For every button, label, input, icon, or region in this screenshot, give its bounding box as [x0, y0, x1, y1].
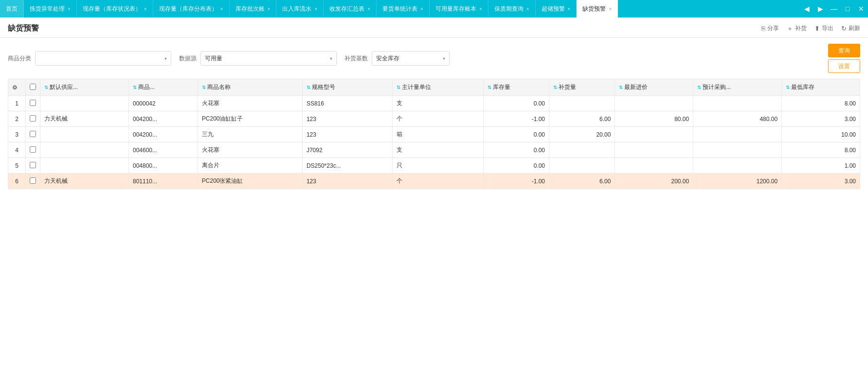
- row-unit: 支: [393, 142, 483, 158]
- sort-icon: ⇅: [553, 85, 557, 90]
- row-product-code: 004600...: [128, 142, 198, 158]
- row-checkbox[interactable]: [30, 146, 36, 153]
- table-row: 5 004800... 离合片 DS250*23c... 只 0.00 1.00: [8, 158, 860, 174]
- row-checkbox-cell: [26, 174, 40, 189]
- close-icon[interactable]: ×: [367, 6, 370, 12]
- row-checkbox[interactable]: [30, 115, 36, 122]
- row-replenish: [549, 142, 615, 158]
- row-num: 2: [8, 111, 26, 127]
- close-icon[interactable]: ×: [420, 6, 423, 12]
- row-min-stock: 3.00: [782, 174, 860, 189]
- tab-home[interactable]: 首页: [0, 0, 24, 18]
- th-label: 规格型号: [312, 83, 335, 91]
- settings-button[interactable]: 设置: [828, 59, 860, 73]
- tab-available-stock[interactable]: 可用量库存账本 ×: [430, 0, 488, 18]
- row-latest-price: [615, 127, 693, 142]
- refresh-label: 刷新: [849, 24, 860, 33]
- prev-tab-button[interactable]: ◀: [800, 0, 814, 18]
- row-checkbox-cell: [26, 158, 40, 174]
- th-gear: ⚙: [8, 79, 26, 96]
- th-label: 最低库存: [791, 83, 814, 91]
- export-label: 导出: [822, 24, 833, 33]
- tab-batch-account[interactable]: 库存批次账 ×: [230, 0, 277, 18]
- row-unit: 只: [393, 158, 483, 174]
- export-button[interactable]: ⬆ 导出: [814, 24, 833, 33]
- close-icon[interactable]: ×: [479, 6, 482, 12]
- header-actions: ⎘ 分享 ＋ 补货 ⬆ 导出 ↻ 刷新: [761, 24, 860, 33]
- close-icon[interactable]: ×: [68, 6, 71, 12]
- next-tab-button[interactable]: ▶: [814, 0, 827, 18]
- close-icon[interactable]: ×: [268, 6, 271, 12]
- replenish-select[interactable]: 安全库存 ▾: [372, 51, 450, 66]
- th-unit[interactable]: ⇅ 主计量单位: [393, 79, 483, 96]
- close-icon[interactable]: ×: [314, 6, 317, 12]
- share-button[interactable]: ⎘ 分享: [761, 24, 779, 33]
- replenish-button[interactable]: ＋ 补货: [787, 24, 807, 33]
- tab-label: 现存量（库存分布表）: [159, 5, 217, 13]
- minimize-button[interactable]: —: [827, 0, 841, 18]
- sort-icon: ⇅: [307, 85, 310, 90]
- datasource-select[interactable]: 可用量 ▾: [200, 51, 337, 66]
- row-latest-price: [615, 96, 693, 111]
- sort-icon: ⇅: [133, 85, 137, 90]
- sort-icon: ⇅: [619, 85, 623, 90]
- query-button[interactable]: 查询: [828, 44, 860, 57]
- tab-label: 出入库流水: [282, 5, 311, 13]
- th-product-code[interactable]: ⇅ 商品...: [128, 79, 198, 96]
- refresh-button[interactable]: ↻ 刷新: [841, 24, 860, 33]
- row-latest-price: [615, 142, 693, 158]
- close-icon[interactable]: ×: [220, 6, 223, 12]
- row-checkbox[interactable]: [30, 177, 36, 184]
- th-product-name[interactable]: ⇅ 商品名称: [198, 79, 302, 96]
- close-icon[interactable]: ×: [144, 6, 147, 12]
- tab-shortage-warning[interactable]: 缺货预警 ×: [577, 0, 618, 18]
- row-min-stock: 10.00: [782, 127, 860, 142]
- chevron-down-icon: ▾: [443, 56, 445, 61]
- row-stock: 0.00: [483, 158, 549, 174]
- table-row: 6 力天机械 801110... PC200张紧油缸 123 个 -1.00 6…: [8, 174, 860, 189]
- row-checkbox[interactable]: [30, 100, 36, 106]
- row-checkbox[interactable]: [30, 131, 36, 137]
- select-all-checkbox[interactable]: [30, 84, 36, 90]
- th-latest-price[interactable]: ⇅ 最新进价: [615, 79, 693, 96]
- page-title: 缺货预警: [8, 23, 39, 34]
- replenish-icon: ＋: [787, 24, 793, 33]
- tab-stock-status[interactable]: 现存量（库存状况表） ×: [77, 0, 153, 18]
- th-label: 商品...: [138, 83, 155, 91]
- table-row: 4 004600... 火花塞 J7092 支 0.00 8.00: [8, 142, 860, 158]
- row-stock: 0.00: [483, 96, 549, 111]
- tab-overstock-warning[interactable]: 超储预警 ×: [536, 0, 577, 18]
- row-estimated-purchase: 1200.00: [693, 174, 782, 189]
- table-row: 1 0000042 火花塞 SS816 支 0.00 8.00: [8, 96, 860, 111]
- th-estimated-purchase[interactable]: ⇅ 预计采购...: [693, 79, 782, 96]
- close-icon[interactable]: ×: [568, 6, 571, 12]
- row-num: 6: [8, 174, 26, 189]
- th-stock[interactable]: ⇅ 库存量: [483, 79, 549, 96]
- gear-icon[interactable]: ⚙: [12, 84, 18, 91]
- maximize-button[interactable]: □: [841, 0, 854, 18]
- row-stock: 0.00: [483, 142, 549, 158]
- row-replenish: 6.00: [549, 174, 615, 189]
- tab-stock-distribution[interactable]: 现存量（库存分布表） ×: [153, 0, 230, 18]
- row-stock: 0.00: [483, 127, 549, 142]
- row-checkbox[interactable]: [30, 162, 36, 168]
- tab-pick-exception[interactable]: 拣货异常处理 ×: [24, 0, 77, 18]
- close-window-button[interactable]: ✕: [854, 0, 868, 18]
- row-supplier: [40, 96, 129, 111]
- tab-expiry-query[interactable]: 保质期查询 ×: [488, 0, 536, 18]
- datasource-filter-group: 数据源 可用量 ▾: [179, 51, 337, 66]
- th-supplier[interactable]: ⇅ 默认供应...: [40, 79, 129, 96]
- th-spec[interactable]: ⇅ 规格型号: [302, 79, 393, 96]
- row-min-stock: 8.00: [782, 96, 860, 111]
- table-body: 1 0000042 火花塞 SS816 支 0.00 8.00 2 力天机械 0…: [8, 96, 860, 189]
- tab-receipt-summary[interactable]: 收发存汇总表 ×: [324, 0, 377, 18]
- row-checkbox-cell: [26, 111, 40, 127]
- tab-order-stats[interactable]: 要货单统计表 ×: [377, 0, 430, 18]
- category-select[interactable]: ▾: [35, 51, 171, 66]
- close-icon[interactable]: ×: [609, 6, 612, 12]
- th-label: 商品名称: [207, 83, 231, 91]
- tab-inout-flow[interactable]: 出入库流水 ×: [276, 0, 324, 18]
- th-min-stock[interactable]: ⇅ 最低库存: [782, 79, 860, 96]
- close-icon[interactable]: ×: [526, 6, 529, 12]
- th-replenish[interactable]: ⇅ 补货量: [549, 79, 615, 96]
